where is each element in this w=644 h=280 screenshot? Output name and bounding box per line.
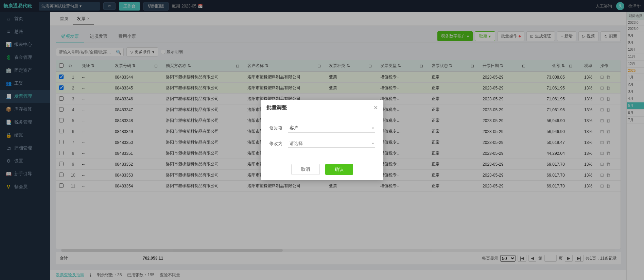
modal-header: 批量调整 ✕ [261, 100, 383, 115]
modify-to-input[interactable] [288, 139, 375, 147]
modal-overlay: 批量调整 ✕ 修改项 客户 ▾ 修改为 ▾ 取消 确认 [0, 0, 644, 280]
modify-to-label: 修改为 [269, 141, 288, 147]
batch-adjust-modal: 批量调整 ✕ 修改项 客户 ▾ 修改为 ▾ 取消 确认 [261, 100, 383, 180]
confirm-btn[interactable]: 确认 [325, 164, 353, 175]
modify-field-label: 修改项 [269, 125, 288, 131]
chevron-down-icon: ▾ [372, 126, 374, 130]
modify-to-select[interactable]: ▾ [288, 139, 375, 148]
modal-close-btn[interactable]: ✕ [373, 104, 378, 111]
modal-body: 修改项 客户 ▾ 修改为 ▾ [261, 115, 383, 160]
modify-field-select[interactable]: 客户 ▾ [288, 123, 375, 133]
chevron-down-icon: ▾ [372, 142, 374, 145]
modify-to-row: 修改为 ▾ [269, 139, 375, 148]
modify-field-value: 客户 [288, 123, 300, 132]
modal-footer: 取消 确认 [261, 160, 383, 180]
modal-title: 批量调整 [266, 104, 287, 111]
cancel-btn[interactable]: 取消 [291, 164, 320, 175]
modify-field-row: 修改项 客户 ▾ [269, 123, 375, 133]
